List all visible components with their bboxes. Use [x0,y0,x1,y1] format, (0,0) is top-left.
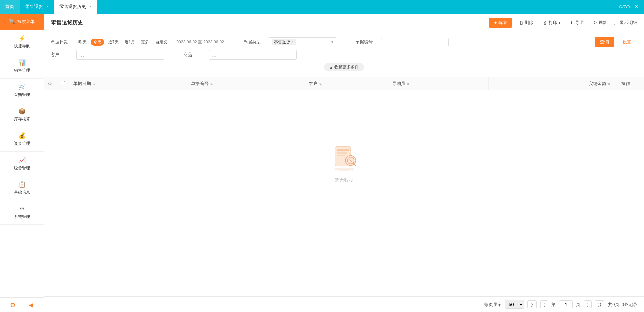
date-1month[interactable]: 近1月 [123,39,137,46]
finance-icon: 💰 [18,132,26,139]
sidebar-search[interactable]: 🔍 搜索菜单 [0,14,44,30]
select-all-checkbox[interactable] [61,81,65,85]
th-guide-sort-icon[interactable]: ⇅ [407,82,409,86]
purchase-mgmt-icon: 🛒 [18,83,26,91]
empty-state: 暂无数据 [44,90,644,232]
svg-rect-4 [337,155,345,156]
toolbar: + 新增 🗑 删除 🖨 打印 ▾ ⬆ 导出 ↻ [489,18,637,28]
operations-icon: 📈 [18,156,26,164]
print-button[interactable]: 🖨 打印 ▾ [540,18,563,27]
th-date-label: 单据日期 [73,81,91,87]
page-prev-button[interactable]: ⟨ [540,300,548,308]
sidebar-item-purchase-mgmt-label: 采购管理 [14,92,30,98]
doc-num-input[interactable] [381,38,449,46]
new-button[interactable]: + 新增 [489,18,512,28]
page-size-label: 每页显示 [484,302,502,308]
sidebar-item-quick-nav[interactable]: ⚡ 快捷导航 [0,30,44,54]
th-date-sort-icon[interactable]: ⇅ [92,82,95,86]
th-settings: ⚙ [44,77,56,90]
page-unit: 页 [576,302,580,308]
print-chevron-icon: ▾ [559,21,560,25]
sidebar-nav: ⚡ 快捷导航 📊 销售管理 🛒 采购管理 📦 库存核算 💰 资金管理 📈 [0,30,44,297]
sidebar-item-sales-mgmt-label: 销售管理 [14,68,30,73]
sidebar-item-basic-info-label: 基础信息 [14,190,30,195]
delete-button[interactable]: 🗑 删除 [516,18,536,27]
page-last-button[interactable]: ⟩⟩ [595,300,604,308]
total-info: 共0页, 0条记录 [608,302,637,308]
date-label: 单据日期 [51,39,71,45]
svg-point-0 [334,168,354,171]
sidebar-item-basic-info[interactable]: 📋 基础信息 [0,176,44,200]
tab-retail-return-history[interactable]: 零售退货历史 × [54,0,97,14]
th-num: 单据编号 ⇅ [187,77,305,90]
sidebar-item-operations[interactable]: 📈 经营管理 [0,152,44,176]
show-detail-label: 显示明细 [620,20,637,26]
system-mgmt-icon: ⚙ [19,205,25,213]
top-bar-right: OfTEn ✕ [619,0,644,14]
th-guide-label: 导购员 [392,81,405,87]
date-custom[interactable]: 自定义 [153,39,169,46]
settings-button[interactable]: 设置 [617,37,637,47]
sidebar-item-purchase-mgmt[interactable]: 🛒 采购管理 [0,79,44,103]
th-customer: 客户 ⇅ [305,77,388,90]
sidebar-settings-icon[interactable]: ⚙ [10,301,16,309]
table-settings-icon[interactable]: ⚙ [48,81,52,86]
date-yesterday[interactable]: 昨天 [76,39,89,46]
inventory-icon: 📦 [18,108,26,115]
refresh-icon: ↻ [593,20,597,25]
delete-icon: 🗑 [519,20,523,25]
collapse-button[interactable]: ▲ 收起更多条件 [324,63,364,71]
export-button[interactable]: ⬆ 导出 [567,18,587,27]
top-bar-close-icon[interactable]: ✕ [634,4,639,10]
sidebar-item-inventory-label: 库存核算 [14,116,30,122]
data-table: ⚙ 单据日期 ⇅ [44,77,644,90]
query-button[interactable]: 查询 [595,37,614,47]
th-customer-sort-icon[interactable]: ⇅ [319,82,322,86]
doc-type-select[interactable]: 零售退货 × ▾ [269,37,336,47]
filter-row-1: 单据日期 昨天 今天 近7天 近1月 更多 自定义 2023-06-02 至 2… [51,35,637,49]
page-number-input[interactable] [559,300,573,308]
show-detail-checkbox-wrap[interactable]: 显示明细 [614,20,637,26]
tab-home-label: 首页 [5,4,14,10]
delete-label: 删除 [525,20,533,26]
th-num-sort-icon[interactable]: ⇅ [210,82,213,86]
customer-label: 客户 [51,52,71,58]
svg-rect-2 [337,149,349,151]
tab-retail-return-close[interactable]: × [46,5,48,9]
sidebar-item-system-mgmt[interactable]: ⚙ 系统管理 [0,200,44,225]
page-first-button[interactable]: ⟨⟨ [527,300,537,308]
pagination-bar: 每页显示 50 20 100 200 ⟨⟨ ⟨ 第 页 ⟩ ⟩⟩ 共0页, 0条… [44,296,644,312]
refresh-button[interactable]: ↻ 刷新 [591,18,610,27]
watermark-text: OfTEn [619,4,631,9]
doc-type-remove[interactable]: × [291,40,294,44]
page-next-button[interactable]: ⟩ [584,300,592,308]
page-label: 第 [551,302,556,308]
date-range-display: 2023-06-02 至 2023-06-02 [176,39,224,45]
sidebar-item-inventory[interactable]: 📦 库存核算 [0,103,44,127]
tab-retail-return[interactable]: 零售退货 × [20,0,54,14]
date-more[interactable]: 更多 [139,39,151,46]
th-amount-sort-icon[interactable]: ⇅ [607,82,610,86]
date-today[interactable]: 今天 [91,39,104,46]
date-7days[interactable]: 近7天 [106,39,121,46]
sidebar-item-sales-mgmt[interactable]: 📊 销售管理 [0,54,44,79]
doc-type-tag: 零售退货 × [272,39,296,45]
page-size-select[interactable]: 50 20 100 200 [505,300,524,309]
basic-info-icon: 📋 [18,181,26,188]
goods-label: 商品 [183,52,204,58]
show-detail-checkbox[interactable] [614,21,618,25]
th-actions: 操作 [617,77,644,90]
th-amount-label: 实销金额 [589,81,606,87]
sidebar-collapse-icon[interactable]: ◀ [29,301,33,309]
tab-home[interactable]: 首页 [0,0,20,14]
content-area: 零售退货历史 + 新增 🗑 删除 🖨 打印 ▾ ⬆ 导出 [44,14,644,312]
sidebar-item-operations-label: 经营管理 [14,165,30,171]
tab-retail-return-history-close[interactable]: × [89,5,91,9]
sidebar-item-finance[interactable]: 💰 资金管理 [0,127,44,152]
customer-select[interactable]: ... [76,50,164,60]
goods-select[interactable]: ... [209,50,297,60]
page-title-row: 零售退货历史 + 新增 🗑 删除 🖨 打印 ▾ ⬆ 导出 [51,18,637,28]
date-shortcuts: 昨天 今天 近7天 近1月 更多 自定义 [76,39,169,46]
doc-num-label: 单据编号 [355,39,376,45]
collapse-label: 收起更多条件 [334,64,359,70]
